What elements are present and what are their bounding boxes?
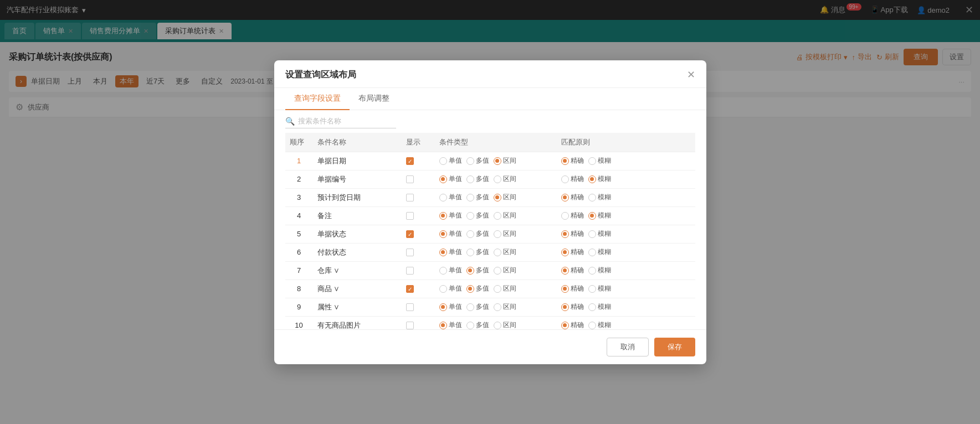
row-9-display[interactable] (402, 303, 435, 312)
row-6-checkbox[interactable] (406, 249, 414, 256)
modal-title: 设置查询区域布局 (285, 69, 356, 81)
th-match: 匹配原则 (557, 137, 668, 147)
modal-search-area: 🔍 (274, 110, 706, 133)
modal-table-header: 顺序 条件名称 显示 条件类型 匹配原则 (285, 133, 695, 152)
row-5-fuzzy[interactable]: 模糊 (588, 229, 611, 239)
row-4-range[interactable]: 区间 (494, 211, 516, 220)
row-6-exact[interactable]: 精确 (561, 247, 584, 257)
row-9-range[interactable]: 区间 (494, 302, 516, 312)
row-4-match: 精确 模糊 (557, 211, 668, 220)
row-8-range[interactable]: 区间 (494, 284, 516, 293)
th-order: 顺序 (285, 137, 313, 147)
modal-tab-query-fields[interactable]: 查询字段设置 (285, 88, 350, 110)
row-10-name: 有无商品图片 (313, 320, 402, 329)
row-8-exact[interactable]: 精确 (561, 284, 584, 293)
row-9-multi[interactable]: 多值 (466, 302, 489, 312)
row-1-multi[interactable]: 多值 (466, 156, 489, 166)
row-2-single[interactable]: 单值 (439, 174, 462, 184)
row-7-display[interactable] (402, 266, 435, 275)
row-1-checkbox[interactable] (406, 157, 414, 165)
cancel-button[interactable]: 取消 (607, 338, 649, 356)
row-8-name: 商品 ∨ (313, 284, 402, 294)
row-5-multi[interactable]: 多值 (466, 229, 489, 239)
row-4-display[interactable] (402, 211, 435, 220)
row-7-single[interactable]: 单值 (439, 266, 462, 275)
row-2-checkbox[interactable] (406, 175, 414, 183)
row-5-checkbox[interactable] (406, 230, 414, 238)
row-5-type: 单值 多值 区间 (435, 229, 557, 239)
row-7-multi[interactable]: 多值 (466, 266, 489, 275)
row-6-fuzzy[interactable]: 模糊 (588, 247, 611, 257)
search-input[interactable] (298, 117, 396, 125)
modal-tab-layout[interactable]: 布局调整 (350, 88, 398, 110)
row-9-checkbox[interactable] (406, 303, 414, 311)
row-4-type: 单值 多值 区间 (435, 211, 557, 220)
row-5-range[interactable]: 区间 (494, 229, 516, 239)
row-1-match: 精确 模糊 (557, 156, 668, 166)
row-9-match: 精确 模糊 (557, 302, 668, 312)
row-9-single[interactable]: 单值 (439, 302, 462, 312)
row-9-fuzzy[interactable]: 模糊 (588, 302, 611, 312)
row-2-match: 精确 模糊 (557, 174, 668, 184)
row-6-display[interactable] (402, 248, 435, 257)
row-2-multi[interactable]: 多值 (466, 174, 489, 184)
table-row: 1 单据日期 单值 多值 区间 精确 模糊 (285, 152, 695, 170)
row-3-multi[interactable]: 多值 (466, 193, 489, 202)
row-6-match: 精确 模糊 (557, 247, 668, 257)
row-2-fuzzy[interactable]: 模糊 (588, 174, 611, 184)
row-8-single[interactable]: 单值 (439, 284, 462, 293)
row-10-fuzzy[interactable]: 模糊 (588, 320, 611, 329)
row-4-exact[interactable]: 精确 (561, 211, 584, 220)
row-8-checkbox[interactable] (406, 285, 414, 293)
row-7-fuzzy[interactable]: 模糊 (588, 266, 611, 275)
row-4-checkbox[interactable] (406, 212, 414, 220)
row-4-fuzzy[interactable]: 模糊 (588, 211, 611, 220)
row-1-display[interactable] (402, 157, 435, 166)
row-1-fuzzy[interactable]: 模糊 (588, 156, 611, 166)
save-button[interactable]: 保存 (654, 338, 695, 356)
row-3-exact[interactable]: 精确 (561, 193, 584, 202)
table-row: 7 仓库 ∨ 单值 多值 区间 精确 模糊 (285, 262, 695, 280)
row-2-display[interactable] (402, 175, 435, 184)
row-4-multi[interactable]: 多值 (466, 211, 489, 220)
modal-overlay[interactable]: 设置查询区域布局 ✕ 查询字段设置 布局调整 🔍 顺序 条件名称 显示 (0, 0, 980, 424)
row-10-multi[interactable]: 多值 (466, 320, 489, 329)
row-2-range[interactable]: 区间 (494, 174, 516, 184)
row-10-single[interactable]: 单值 (439, 320, 462, 329)
row-6-range[interactable]: 区间 (494, 247, 516, 257)
row-6-single[interactable]: 单值 (439, 247, 462, 257)
row-10-display[interactable] (402, 321, 435, 329)
row-7-range[interactable]: 区间 (494, 266, 516, 275)
row-3-range[interactable]: 区间 (494, 193, 516, 202)
row-5-single[interactable]: 单值 (439, 229, 462, 239)
row-2-type: 单值 多值 区间 (435, 174, 557, 184)
row-4-single[interactable]: 单值 (439, 211, 462, 220)
row-7-exact[interactable]: 精确 (561, 266, 584, 275)
row-5-name: 单据状态 (313, 229, 402, 239)
row-3-fuzzy[interactable]: 模糊 (588, 193, 611, 202)
row-7-checkbox[interactable] (406, 267, 414, 275)
modal-tabs: 查询字段设置 布局调整 (274, 88, 706, 110)
row-1-range[interactable]: 区间 (494, 156, 516, 166)
modal-close-button[interactable]: ✕ (687, 70, 695, 80)
row-8-fuzzy[interactable]: 模糊 (588, 284, 611, 293)
row-5-exact[interactable]: 精确 (561, 229, 584, 239)
row-1-exact[interactable]: 精确 (561, 156, 584, 166)
row-9-exact[interactable]: 精确 (561, 302, 584, 312)
row-6-multi[interactable]: 多值 (466, 247, 489, 257)
row-10-range[interactable]: 区间 (494, 320, 516, 329)
row-10-checkbox[interactable] (406, 322, 414, 329)
row-8-display[interactable] (402, 285, 435, 293)
row-9-name: 属性 ∨ (313, 302, 402, 312)
row-3-checkbox[interactable] (406, 194, 414, 201)
row-3-single[interactable]: 单值 (439, 193, 462, 202)
table-row: 8 商品 ∨ 单值 多值 区间 精确 模糊 (285, 280, 695, 298)
row-3-display[interactable] (402, 193, 435, 202)
row-10-exact[interactable]: 精确 (561, 320, 584, 329)
row-3-type: 单值 多值 区间 (435, 193, 557, 202)
row-2-exact[interactable]: 精确 (561, 174, 584, 184)
row-7-match: 精确 模糊 (557, 266, 668, 275)
row-1-single[interactable]: 单值 (439, 156, 462, 166)
row-5-display[interactable] (402, 230, 435, 239)
row-8-multi[interactable]: 多值 (466, 284, 489, 293)
